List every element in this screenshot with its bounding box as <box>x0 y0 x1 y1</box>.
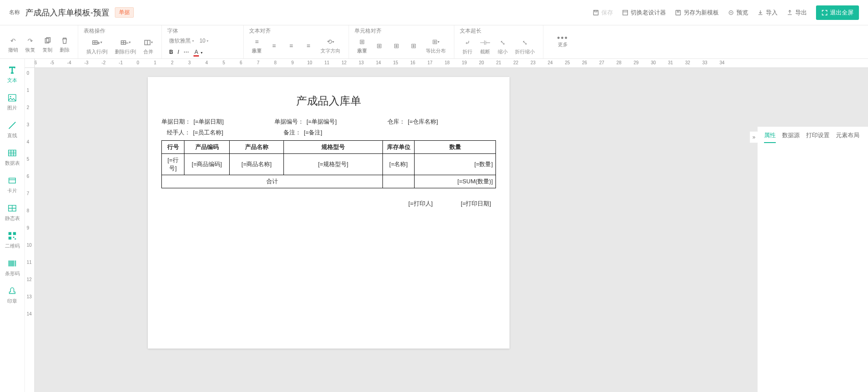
group-title-text-overflow: 文本超长 <box>459 25 538 36</box>
save-button[interactable]: 保存 <box>593 9 613 17</box>
svg-rect-2 <box>623 10 628 15</box>
preview-button[interactable]: 预览 <box>728 9 748 17</box>
preview-label: 预览 <box>736 9 748 17</box>
italic-button[interactable]: I <box>178 49 179 55</box>
switch-designer-label: 切换老设计器 <box>631 9 666 17</box>
exit-fullscreen-label: 退出全屏 <box>830 9 854 17</box>
export-button[interactable]: 导出 <box>787 9 807 17</box>
wrap-button[interactable]: ⤶折行 <box>459 37 476 56</box>
switch-designer-button[interactable]: 切换老设计器 <box>622 9 666 17</box>
save-as-template-button[interactable]: 另存为新模板 <box>675 9 719 17</box>
cell-valign-button[interactable]: 垂直 <box>354 46 371 55</box>
wrap-shrink-button[interactable]: ⤡折行缩小 <box>511 37 538 56</box>
undo-button[interactable]: ↶撤销 <box>5 35 22 54</box>
bold-button[interactable]: B <box>169 49 173 55</box>
copy-button[interactable]: 复制 <box>39 35 56 54</box>
font-size-select[interactable]: 10▾ <box>197 38 211 44</box>
save-as-template-label: 另存为新模板 <box>684 9 719 17</box>
group-title-font: 字体 <box>166 25 239 36</box>
insert-row-col-button[interactable]: ▾插入行/列 <box>83 37 111 56</box>
svg-point-5 <box>731 12 732 13</box>
merge-cells-button[interactable]: ▾合并 <box>140 37 157 56</box>
export-label: 导出 <box>795 9 807 17</box>
app-header: 名称 产成品入库单模板-预置 单据 保存 切换老设计器 另存为新模板 预览 导入… <box>0 0 868 25</box>
import-button[interactable]: 导入 <box>757 9 778 17</box>
group-title-cell-align: 单元格对齐 <box>354 25 449 36</box>
ribbon-toolbar: ↶撤销 ↷恢复 复制 删除 表格操作 ▾插入行/列 ▾删除行/列 ▾合并 字体 … <box>0 25 868 59</box>
group-title-table-ops: 表格操作 <box>83 25 157 36</box>
template-name-label: 名称 <box>9 9 20 16</box>
svg-rect-0 <box>594 10 599 15</box>
more-button[interactable]: ••• 更多 <box>553 35 572 49</box>
delete-row-col-button[interactable]: ▾删除行/列 <box>111 37 140 56</box>
text-valign-button[interactable]: 垂直 <box>248 46 265 55</box>
template-type-badge: 单据 <box>115 7 134 18</box>
template-title: 产成品入库单模板-预置 <box>25 7 109 18</box>
save-label: 保存 <box>601 9 613 17</box>
underline-button[interactable]: ⋯ <box>184 49 189 55</box>
import-label: 导入 <box>766 9 778 17</box>
group-title-text-align: 文本对齐 <box>248 25 344 36</box>
more-icon: ••• <box>557 36 568 40</box>
font-family-select[interactable]: 微软雅黑▾ <box>166 37 197 45</box>
svg-rect-1 <box>594 10 597 12</box>
shrink-button[interactable]: ⤡缩小 <box>494 37 511 56</box>
exit-fullscreen-button[interactable]: 退出全屏 <box>816 5 859 20</box>
redo-button[interactable]: ↷恢复 <box>22 35 39 54</box>
delete-button[interactable]: 删除 <box>56 35 73 54</box>
svg-rect-3 <box>676 10 681 15</box>
font-color-button[interactable]: A ▾ <box>193 49 202 55</box>
truncate-button[interactable]: ⊣⊢截断 <box>476 37 494 56</box>
